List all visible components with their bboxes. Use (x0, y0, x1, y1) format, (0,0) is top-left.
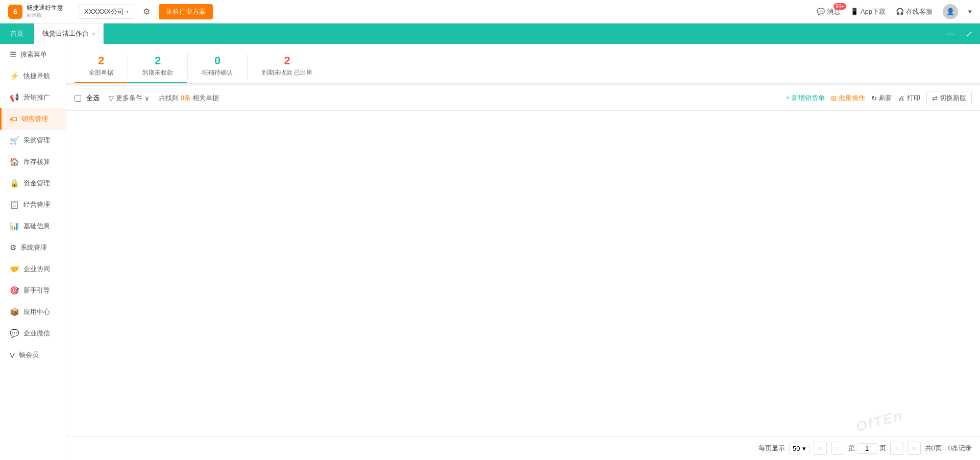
target-icon: 🎯 (10, 286, 19, 295)
handshake-icon: 🤝 (10, 264, 19, 274)
add-order-button[interactable]: + 新增销货单 (786, 93, 825, 103)
stat-tab-overdue[interactable]: 2 到期未收款 (128, 50, 187, 83)
print-icon: 🖨 (898, 94, 905, 102)
page-info: 第 页 (848, 443, 886, 454)
pagination-bar: 每页显示 50 ▾ « ‹ 第 页 › » 共0页，0条记录 (66, 436, 980, 460)
last-page-button[interactable]: » (908, 442, 921, 455)
next-page-button[interactable]: › (890, 442, 903, 455)
sidebar-label: 新手引导 (23, 286, 50, 295)
stat-num-overdue: 2 (155, 54, 161, 67)
online-service-label: 在线客服 (906, 7, 933, 16)
sidebar-label: 畅会员 (19, 350, 39, 359)
sidebar-item-marketing[interactable]: 📢 营销推广 (0, 87, 66, 108)
select-all-checkbox[interactable] (75, 95, 81, 102)
headset-icon: 🎧 (896, 8, 904, 15)
tab-home[interactable]: 首页 (0, 23, 34, 44)
logo-icon: 6 (8, 5, 22, 19)
sidebar-item-member[interactable]: V 畅会员 (0, 344, 66, 366)
filter-button[interactable]: ▽ 更多条件 ∨ (105, 91, 154, 105)
avatar[interactable]: 👤 (943, 4, 958, 19)
sidebar-item-search-menu[interactable]: ☰ 搜索菜单 (0, 44, 66, 65)
maximize-button[interactable]: ⤢ (962, 27, 976, 41)
filter-label: 更多条件 (116, 93, 142, 103)
stat-num-shipped: 2 (284, 54, 290, 67)
sidebar-label: 快捷导航 (23, 71, 50, 81)
toolbar-left: 全选 ▽ 更多条件 ∨ 共找到 0条 相关单据 (75, 91, 780, 105)
sidebar-label: 销售管理 (21, 114, 48, 124)
stat-num-all: 2 (98, 54, 104, 67)
clipboard-icon: 📋 (10, 200, 19, 209)
chat-icon: 💬 (10, 329, 19, 338)
refresh-button[interactable]: ↻ 刷新 (871, 93, 892, 103)
sidebar-item-funds[interactable]: 🔒 资金管理 (0, 173, 66, 194)
sidebar-label: 库存核算 (23, 157, 50, 166)
sidebar-label: 企业协同 (23, 264, 50, 274)
trial-button[interactable]: 体验行业方案 (159, 4, 213, 19)
sidebar-item-app-center[interactable]: 📦 应用中心 (0, 301, 66, 323)
switch-label: 切换新版 (940, 93, 966, 103)
stat-tab-all[interactable]: 2 全部单据 (75, 50, 128, 83)
sidebar-item-operations[interactable]: 📋 经营管理 (0, 194, 66, 215)
sidebar-item-wechat[interactable]: 💬 企业微信 (0, 323, 66, 344)
select-all-label: 全选 (86, 93, 100, 103)
username-display[interactable]: ▾ (968, 8, 972, 15)
sidebar-item-guide[interactable]: 🎯 新手引导 (0, 280, 66, 301)
batch-label: 批量操作 (839, 93, 865, 103)
found-text: 共找到 0条 相关单据 (159, 93, 219, 103)
batch-operation-button[interactable]: ⊞ 批量操作 (831, 93, 865, 103)
content-area: 2 全部单据 2 到期未收款 0 旺铺待确认 2 到期未收款 已出库 (66, 44, 980, 460)
stat-tab-shipped[interactable]: 2 到期未收款 已出库 (248, 50, 327, 83)
page-size-label: 每页显示 (758, 444, 785, 453)
sidebar-label: 资金管理 (23, 179, 50, 188)
page-text-end: 页 (879, 444, 886, 453)
cart-icon: 🛒 (10, 136, 19, 145)
tab-bar-actions: — ⤢ (943, 27, 980, 41)
sidebar-item-inventory[interactable]: 🏠 库存核算 (0, 151, 66, 173)
print-button[interactable]: 🖨 打印 (898, 93, 920, 103)
page-text: 第 (848, 444, 855, 453)
logo-text-block: 畅捷通好生意 标准版 (27, 4, 63, 19)
empty-state (66, 111, 980, 315)
page-size-select[interactable]: 50 ▾ (789, 443, 809, 454)
tab-active[interactable]: 钱货日清工作台 × (34, 23, 104, 44)
sidebar-label: 经营管理 (23, 200, 50, 209)
settings-button[interactable]: ⚙ (138, 4, 155, 20)
company-selector[interactable]: XXXXXX公司 ▾ (79, 5, 134, 19)
phone-icon: 📱 (850, 8, 859, 15)
box-icon: 📦 (10, 307, 19, 317)
logo-text: 畅捷通好生意 (27, 4, 63, 12)
sidebar-item-basic-info[interactable]: 📊 基础信息 (0, 215, 66, 237)
page-input[interactable] (857, 443, 877, 454)
first-page-button[interactable]: « (814, 442, 827, 455)
sidebar-item-sales[interactable]: 🏷 销售管理 (0, 108, 66, 130)
sidebar-label: 系统管理 (20, 243, 47, 252)
lightning-icon: ⚡ (10, 71, 19, 81)
switch-version-button[interactable]: ⇄ 切换新版 (926, 91, 972, 105)
found-count: 0条 (181, 94, 191, 102)
sidebar-label: 基础信息 (23, 222, 50, 231)
user-icon: 👤 (946, 8, 954, 15)
sidebar-label: 搜索菜单 (20, 50, 47, 59)
minimize-button[interactable]: — (943, 27, 958, 41)
stat-label-overdue: 到期未收款 (142, 68, 173, 77)
prev-page-button[interactable]: ‹ (831, 442, 844, 455)
tag-icon: 🏷 (10, 115, 17, 124)
megaphone-icon: 📢 (10, 93, 19, 102)
switch-icon: ⇄ (932, 94, 938, 102)
sidebar-label: 营销推广 (23, 93, 50, 102)
settings-icon: ⚙ (10, 243, 16, 252)
toolbar: 全选 ▽ 更多条件 ∨ 共找到 0条 相关单据 + 新增销货单 ⊞ 批量操作 (66, 86, 980, 111)
stat-tab-pending[interactable]: 0 旺铺待确认 (188, 50, 247, 83)
sidebar-item-enterprise[interactable]: 🤝 企业协同 (0, 258, 66, 280)
sidebar-item-quick-nav[interactable]: ⚡ 快捷导航 (0, 65, 66, 87)
sidebar-item-purchase[interactable]: 🛒 采购管理 (0, 130, 66, 151)
sidebar: ☰ 搜索菜单 ⚡ 快捷导航 📢 营销推广 🏷 销售管理 🛒 采购管理 🏠 库存核… (0, 44, 66, 460)
refresh-label: 刷新 (879, 93, 892, 103)
online-service-button[interactable]: 🎧 在线客服 (896, 7, 933, 16)
stat-num-pending: 0 (214, 54, 220, 67)
stat-tabs-bar: 2 全部单据 2 到期未收款 0 旺铺待确认 2 到期未收款 已出库 (66, 44, 980, 84)
message-button[interactable]: 💬 消息 99 (817, 7, 840, 16)
app-download-button[interactable]: 📱 App下载 (850, 7, 886, 16)
close-tab-icon[interactable]: × (92, 31, 95, 37)
sidebar-item-system[interactable]: ⚙ 系统管理 (0, 237, 66, 258)
